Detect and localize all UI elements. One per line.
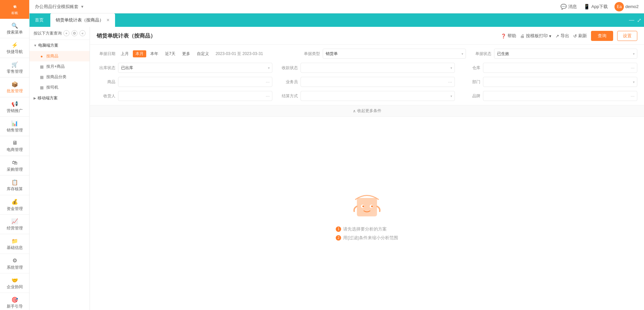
sidebar-item-label-sales: 销售管理 — [7, 128, 23, 133]
sidebar-item-label-search: 搜索菜单 — [7, 30, 23, 35]
scheme-item-by-cashier[interactable]: ▦ 按司机 — [30, 82, 90, 93]
tab-minimize-btn[interactable]: — — [629, 17, 634, 23]
sidebar-item-system[interactable]: ⚙ 系统管理 — [0, 254, 29, 273]
export-label: 导出 — [560, 33, 569, 39]
out-status-select[interactable]: 已出库 — [118, 63, 272, 73]
app-download-icon: 📱 — [584, 4, 590, 10]
scheme-item-by-goods-category[interactable]: ▦ 按商品分类 — [30, 72, 90, 82]
scheme-collapse-btn[interactable]: « — [79, 30, 86, 36]
sidebar-item-finance[interactable]: 💰 资金管理 — [0, 195, 29, 215]
print-btn[interactable]: 🖨 按模板打印 ▾ — [520, 33, 551, 39]
tab-maximize-btn[interactable]: ⤢ — [637, 17, 641, 23]
by-cashier-icon: ▦ — [39, 85, 44, 90]
tip-text-2: 用[过滤]条件来缩小分析范围 — [343, 234, 398, 242]
date-options: 上月 本月 本年 近7天 更多 自定义 2023-03-01 至 2023-03… — [118, 50, 294, 57]
consignee-wrapper: ··· — [118, 91, 272, 101]
sidebar-item-purchase[interactable]: 🛍 采购管理 — [0, 156, 29, 175]
scheme-add-btn[interactable]: + — [63, 30, 69, 36]
sidebar-item-quicknav[interactable]: ⚡ 快捷导航 — [0, 38, 29, 58]
date-opt-last-month[interactable]: 上月 — [118, 50, 131, 57]
scheme-section-mobile: ▶ 移动端方案 — [30, 93, 90, 104]
receipt-status-select[interactable] — [301, 63, 455, 73]
doc-type-wrapper: 销货单 ▾ — [323, 49, 466, 59]
doc-status-select[interactable]: 已生效 — [494, 49, 637, 59]
scheme-section-mobile-label: 移动端方案 — [38, 95, 58, 101]
scheme-settings-btn[interactable]: ⚙ — [71, 30, 77, 36]
help-btn[interactable]: ❓ 帮助 — [501, 33, 516, 39]
sidebar-item-label-marketing: 营销推广 — [7, 108, 23, 113]
brand-select[interactable] — [483, 91, 637, 101]
sidebar-item-label-ecommerce: 电商管理 — [7, 147, 23, 152]
sidebar-item-label-quicknav: 快捷导航 — [7, 49, 23, 54]
settings-button[interactable]: 设置 — [617, 31, 637, 41]
export-btn[interactable]: ↗ 导出 — [555, 33, 569, 39]
retail-icon: 🛒 — [11, 61, 18, 68]
warehouse-select[interactable] — [483, 63, 637, 73]
dept-select[interactable] — [483, 77, 637, 87]
collapse-arrow-icon: ∧ — [353, 109, 356, 113]
page-content: 按以下方案查询 + ⚙ « ▼ 电脑端方案 ● 按商品 ▦ — [30, 27, 644, 310]
date-opt-custom[interactable]: 自定义 — [194, 50, 212, 57]
goods-label: 商品 — [97, 79, 115, 85]
warehouse-wrapper: ··· — [483, 63, 637, 73]
logo-text: 标账 — [11, 11, 18, 15]
dept-label: 部门 — [462, 79, 480, 85]
sidebar-item-operation[interactable]: 📈 经营管理 — [0, 215, 29, 234]
sidebar-item-inventory[interactable]: 📋 库存核算 — [0, 175, 29, 195]
sidebar-item-wholesale[interactable]: 📦 批发管理 — [0, 78, 29, 97]
sidebar-item-newguide[interactable]: 🎯 新手引导 — [0, 293, 29, 310]
export-icon: ↗ — [555, 34, 559, 39]
payment-select[interactable] — [301, 91, 455, 101]
sidebar-item-enterprise[interactable]: 🤝 企业协同 — [0, 273, 29, 293]
sidebar-item-marketing[interactable]: 📢 营销推广 — [0, 97, 29, 117]
consignee-select[interactable] — [118, 91, 272, 101]
company-dropdown-icon[interactable]: ▾ — [81, 4, 84, 9]
query-button[interactable]: 查询 — [591, 31, 613, 41]
sidebar-item-ecommerce[interactable]: 🖥 电商管理 — [0, 136, 29, 156]
tab-close-btn[interactable]: ✕ — [106, 18, 110, 22]
scheme-item-by-goods-label: 按商品 — [46, 53, 58, 59]
scheme-item-by-goods[interactable]: ● 按商品 — [30, 51, 90, 61]
print-icon: 🖨 — [520, 34, 525, 39]
scheme-section-mobile-header[interactable]: ▶ 移动端方案 — [30, 93, 90, 104]
refresh-btn[interactable]: ↺ 刷新 — [573, 33, 587, 39]
user-profile-btn[interactable]: Ea demo2 — [614, 2, 639, 11]
tab-home[interactable]: 首页 — [30, 13, 49, 27]
svg-point-6 — [371, 206, 373, 207]
sidebar-item-search[interactable]: 🔍 搜索菜单 — [0, 19, 29, 38]
by-goods-icon: ● — [39, 54, 44, 59]
doc-type-select[interactable]: 销货单 — [323, 49, 466, 59]
warehouse-label: 仓库 — [462, 65, 480, 71]
goods-select[interactable] — [118, 77, 272, 87]
search-icon: 🔍 — [11, 22, 18, 29]
date-opt-this-year[interactable]: 本年 — [148, 50, 161, 57]
svg-rect-2 — [357, 198, 377, 216]
sidebar-item-basic[interactable]: 📁 基础信息 — [0, 234, 29, 254]
message-label: 消息 — [568, 4, 577, 10]
receipt-status-wrapper: ▾ — [301, 63, 455, 73]
out-status-wrapper: 已出库 ▾ — [118, 63, 272, 73]
scheme-panel: 按以下方案查询 + ⚙ « ▼ 电脑端方案 ● 按商品 ▦ — [30, 27, 90, 310]
svg-point-5 — [363, 206, 364, 207]
query-actions: ❓ 帮助 🖨 按模板打印 ▾ ↗ 导出 ↺ 刷新 — [501, 31, 637, 41]
tab-report[interactable]: 销货单统计表（按商品） ✕ — [50, 13, 115, 27]
filter-dept-field: 部门 ▾ — [462, 77, 637, 87]
salesperson-select[interactable] — [301, 77, 455, 87]
filter-brand-field: 品牌 ··· — [462, 91, 637, 101]
app-download-btn[interactable]: 📱 App下载 — [584, 4, 608, 10]
user-name: demo2 — [625, 4, 639, 9]
date-opt-last7days[interactable]: 近7天 — [162, 50, 178, 57]
sidebar-item-label-operation: 经营管理 — [7, 226, 23, 230]
filter-receipt-status-field: 收款状态 ▾ — [279, 63, 455, 73]
tip-item-2: 2 用[过滤]条件来缩小分析范围 — [336, 234, 398, 242]
date-opt-this-month[interactable]: 本月 — [133, 50, 146, 57]
main-area: 办公用品行业模拟账套 ▾ 💬 消息 📱 App下载 Ea demo2 首页 — [30, 0, 644, 310]
collapse-bar[interactable]: ∧ 收起更多条件 — [90, 105, 644, 117]
scheme-item-by-month-goods[interactable]: ▦ 按月+商品 — [30, 61, 90, 72]
ecommerce-icon: 🖥 — [11, 140, 18, 146]
message-btn[interactable]: 💬 消息 — [560, 4, 577, 10]
sidebar-item-retail[interactable]: 🛒 零售管理 — [0, 58, 29, 78]
scheme-section-desktop-header[interactable]: ▼ 电脑端方案 — [30, 40, 90, 51]
sidebar-item-sales[interactable]: 📊 销售管理 — [0, 117, 29, 136]
date-opt-more[interactable]: 更多 — [179, 50, 193, 57]
